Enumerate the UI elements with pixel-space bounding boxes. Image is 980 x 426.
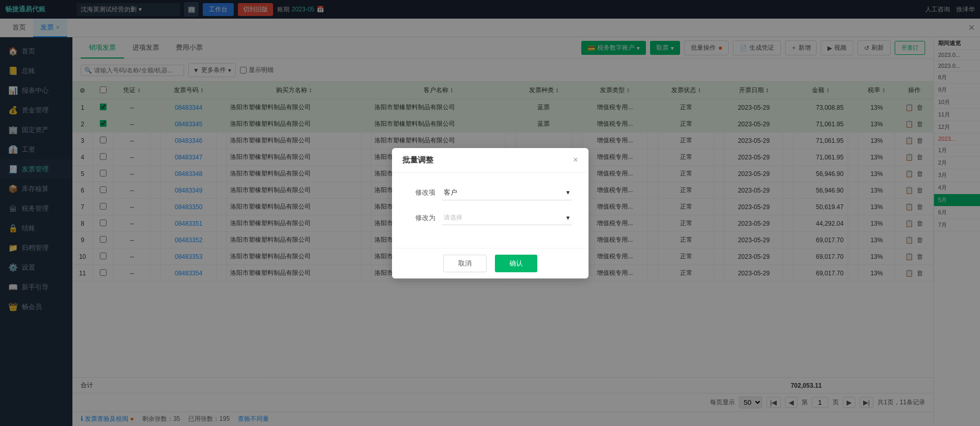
modal-footer: 取消 确认 <box>392 248 589 278</box>
modify-to-chevron-icon: ▾ <box>566 214 570 222</box>
modify-field-label: 修改项 <box>409 188 435 197</box>
modal-close-icon[interactable]: × <box>573 155 578 165</box>
modal-header: 批量调整 × <box>392 148 589 173</box>
modify-field-row: 修改项 客户 ▾ <box>409 185 572 200</box>
batch-adjust-modal: 批量调整 × 修改项 客户 ▾ 修改为 请选择 ▾ 取消 确认 <box>392 148 589 278</box>
modal-overlay: 批量调整 × 修改项 客户 ▾ 修改为 请选择 ▾ 取消 确认 <box>0 0 980 426</box>
modify-field-select[interactable]: 客户 ▾ <box>442 185 572 200</box>
modal-body: 修改项 客户 ▾ 修改为 请选择 ▾ <box>392 173 589 248</box>
modify-to-label: 修改为 <box>409 213 435 223</box>
modify-to-row: 修改为 请选择 ▾ <box>409 211 572 225</box>
modal-cancel-btn[interactable]: 取消 <box>443 255 487 272</box>
modify-to-select[interactable]: 请选择 ▾ <box>442 211 572 225</box>
modal-title: 批量调整 <box>402 155 433 165</box>
modal-confirm-btn[interactable]: 确认 <box>495 255 537 272</box>
modify-field-chevron-icon: ▾ <box>566 188 570 196</box>
